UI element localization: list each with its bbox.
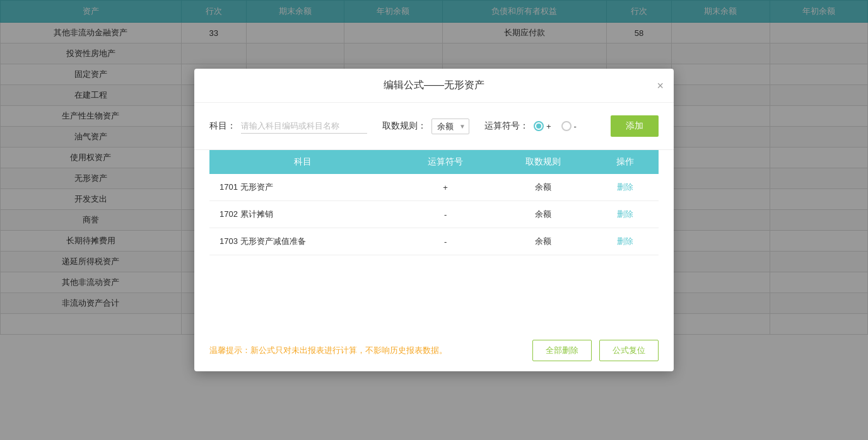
modal-header: 编辑公式——无形资产 × xyxy=(194,69,674,103)
footer-buttons: 全部删除 公式复位 xyxy=(532,340,659,361)
row-subject: 1703 无形资产减值准备 xyxy=(209,228,397,255)
row-action: 删除 xyxy=(592,228,659,255)
table-row: 1703 无形资产减值准备-余额删除 xyxy=(209,228,659,255)
hint-text: 温馨提示：新公式只对未出报表进行计算，不影响历史报表数据。 xyxy=(209,345,447,356)
rule-group: 取数规则： 余额 借方 贷方 ▼ xyxy=(382,119,469,134)
subject-label: 科目： xyxy=(209,120,236,132)
operator-group: 运算符号： + - xyxy=(484,120,577,132)
table-header-action: 操作 xyxy=(592,150,659,174)
radio-plus-label: + xyxy=(546,122,551,131)
radio-group: + - xyxy=(534,121,577,131)
operator-label: 运算符号： xyxy=(484,120,529,132)
row-operator: - xyxy=(397,228,495,255)
radio-minus[interactable]: - xyxy=(561,121,577,131)
modal-overlay: 编辑公式——无形资产 × 科目： 取数规则： 余额 借方 贷方 ▼ xyxy=(0,0,868,440)
row-action: 删除 xyxy=(592,174,659,201)
row-rule: 余额 xyxy=(495,174,592,201)
radio-plus[interactable]: + xyxy=(534,121,551,131)
row-rule: 余额 xyxy=(495,228,592,255)
row-rule: 余额 xyxy=(495,201,592,228)
add-button[interactable]: 添加 xyxy=(611,115,659,137)
delete-link[interactable]: 删除 xyxy=(617,209,633,219)
rule-select[interactable]: 余额 借方 贷方 xyxy=(431,119,469,134)
data-table-wrapper: 科目 运算符号 取数规则 操作 1701 无形资产+余额删除1702 累计摊销-… xyxy=(194,150,674,330)
row-subject: 1701 无形资产 xyxy=(209,174,397,201)
row-action: 删除 xyxy=(592,201,659,228)
table-row: 1702 累计摊销-余额删除 xyxy=(209,201,659,228)
row-operator: + xyxy=(397,174,495,201)
radio-minus-label: - xyxy=(574,122,577,131)
delete-link[interactable]: 删除 xyxy=(617,236,633,246)
reset-button[interactable]: 公式复位 xyxy=(599,340,659,361)
form-row: 科目： 取数规则： 余额 借方 贷方 ▼ 运算符号： xyxy=(194,103,674,150)
data-table: 科目 运算符号 取数规则 操作 1701 无形资产+余额删除1702 累计摊销-… xyxy=(209,150,659,255)
subject-input[interactable] xyxy=(241,119,367,134)
close-button[interactable]: × xyxy=(657,80,664,91)
rule-label: 取数规则： xyxy=(382,120,426,132)
row-subject: 1702 累计摊销 xyxy=(209,201,397,228)
modal-title: 编辑公式——无形资产 xyxy=(384,79,484,92)
modal-footer: 温馨提示：新公式只对未出报表进行计算，不影响历史报表数据。 全部删除 公式复位 xyxy=(194,330,674,371)
row-operator: - xyxy=(397,201,495,228)
table-header-rule: 取数规则 xyxy=(495,150,592,174)
table-row: 1701 无形资产+余额删除 xyxy=(209,174,659,201)
radio-circle-plus xyxy=(534,121,544,131)
table-header-operator: 运算符号 xyxy=(397,150,495,174)
delete-link[interactable]: 删除 xyxy=(617,182,633,192)
table-header-subject: 科目 xyxy=(209,150,397,174)
radio-circle-minus xyxy=(561,121,572,131)
rule-select-wrapper: 余额 借方 贷方 ▼ xyxy=(431,119,469,134)
delete-all-button[interactable]: 全部删除 xyxy=(532,340,592,361)
subject-group: 科目： xyxy=(209,119,367,134)
modal: 编辑公式——无形资产 × 科目： 取数规则： 余额 借方 贷方 ▼ xyxy=(194,69,674,371)
